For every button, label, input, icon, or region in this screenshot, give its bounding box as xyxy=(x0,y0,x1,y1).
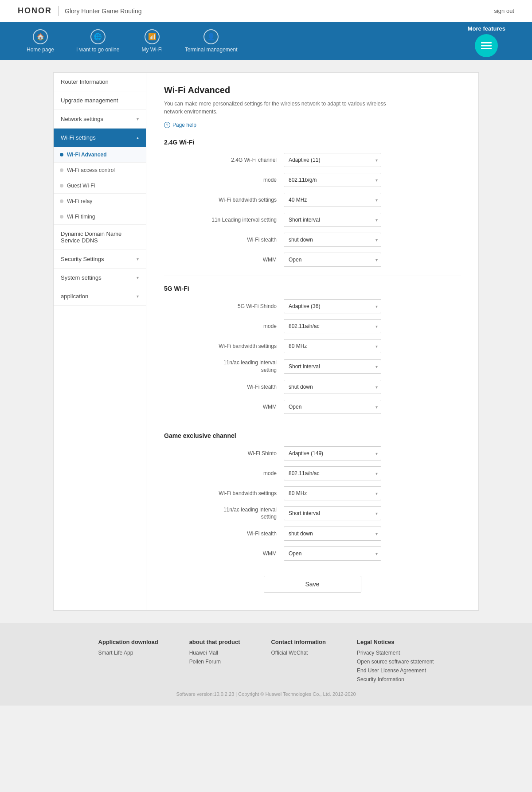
footer-link-privacy[interactable]: Privacy Statement xyxy=(357,650,434,656)
page-title: Wi-Fi Advanced xyxy=(164,85,461,95)
select-game-stealth[interactable]: shut down ▾ xyxy=(284,527,381,541)
form-row-5g-interval: 11n/ac leading intervalsetting Short int… xyxy=(164,359,461,374)
footer-col-product: about that product Huawei Mall Pollen Fo… xyxy=(189,639,240,683)
more-features-button[interactable] xyxy=(475,34,498,57)
select-game-shinto[interactable]: Adaptive (149) ▾ xyxy=(284,446,381,460)
save-button[interactable]: Save xyxy=(264,576,361,593)
select-2g-mode[interactable]: 802.11b/g/n ▾ xyxy=(284,173,381,187)
nav-item-terminal[interactable]: 👤 Terminal management xyxy=(185,29,238,53)
main-container: Router Information Upgrade management Ne… xyxy=(53,72,479,611)
more-features-label: More features xyxy=(468,25,505,32)
label-game-stealth: Wi-Fi stealth xyxy=(164,531,284,537)
chevron-up-icon: ▴ xyxy=(137,135,139,140)
form-row-5g-stealth: Wi-Fi stealth shut down ▾ xyxy=(164,380,461,394)
section-divider-2 xyxy=(164,423,461,423)
section-2g-title: 2.4G Wi-Fi xyxy=(164,139,461,146)
footer-link-security[interactable]: Security Information xyxy=(357,676,434,683)
header: HONOR Glory Hunter Game Routing sign out xyxy=(0,0,532,22)
svg-rect-0 xyxy=(481,42,492,43)
select-2g-wmm[interactable]: Open ▾ xyxy=(284,253,381,267)
footer-col-legal: Legal Notices Privacy Statement Open sou… xyxy=(357,639,434,683)
help-circle-icon: ? xyxy=(164,122,170,128)
select-5g-shindo[interactable]: Adaptive (36) ▾ xyxy=(284,299,381,313)
label-2g-stealth: Wi-Fi stealth xyxy=(164,237,284,243)
select-2g-bandwidth[interactable]: 40 MHz ▾ xyxy=(284,193,381,207)
footer-col-title-download: Application download xyxy=(98,639,158,645)
footer-link-wechat[interactable]: Official WeChat xyxy=(271,650,326,656)
select-5g-bandwidth[interactable]: 80 MHz ▾ xyxy=(284,339,381,353)
sidebar-item-router-info[interactable]: Router Information xyxy=(54,73,146,91)
brand-logo: HONOR xyxy=(18,6,52,16)
label-2g-wmm: WMM xyxy=(164,257,284,263)
sidebar-item-wifi-settings[interactable]: Wi-Fi settings ▴ xyxy=(54,129,146,147)
select-game-mode[interactable]: 802.11a/n/ac ▾ xyxy=(284,466,381,480)
sidebar-item-network[interactable]: Network settings ▾ xyxy=(54,110,146,129)
select-game-wmm[interactable]: Open ▾ xyxy=(284,546,381,561)
sidebar-item-security[interactable]: Security Settings ▾ xyxy=(54,250,146,269)
sidebar-subitem-wifi-timing[interactable]: Wi-Fi timing xyxy=(54,209,146,225)
sidebar: Router Information Upgrade management Ne… xyxy=(53,72,146,611)
sidebar-subitem-wifi-advanced[interactable]: Wi-Fi Advanced xyxy=(54,147,146,163)
sidebar-subitem-wifi-relay[interactable]: Wi-Fi relay xyxy=(54,194,146,209)
label-5g-bandwidth: Wi-Fi bandwidth settings xyxy=(164,343,284,349)
select-5g-stealth[interactable]: shut down ▾ xyxy=(284,380,381,394)
online-icon: 🌐 xyxy=(90,29,106,44)
select-5g-wmm[interactable]: Open ▾ xyxy=(284,400,381,414)
select-5g-interval[interactable]: Short interval ▾ xyxy=(284,359,381,374)
nav-item-home[interactable]: 🏠 Home page xyxy=(27,29,54,53)
footer-col-title-contact: Contact information xyxy=(271,639,326,645)
page-help-link[interactable]: ? Page help xyxy=(164,122,461,128)
dot-inactive-2 xyxy=(60,184,63,187)
select-2g-interval[interactable]: Short interval ▾ xyxy=(284,213,381,227)
nav-item-wifi[interactable]: 📶 My Wi-Fi xyxy=(141,29,162,53)
form-row-game-shinto: Wi-Fi Shinto Adaptive (149) ▾ xyxy=(164,446,461,460)
form-row-5g-shindo: 5G Wi-Fi Shindo Adaptive (36) ▾ xyxy=(164,299,461,313)
section-5g-title: 5G Wi-Fi xyxy=(164,285,461,292)
section-divider-1 xyxy=(164,276,461,276)
select-2g-channel[interactable]: Adaptive (11) ▾ xyxy=(284,153,381,167)
label-5g-shindo: 5G Wi-Fi Shindo xyxy=(164,303,284,309)
footer-col-title-product: about that product xyxy=(189,639,240,645)
chevron-down-icon-2: ▾ xyxy=(137,257,139,261)
wifi-icon: 📶 xyxy=(145,29,160,44)
form-row-game-bandwidth: Wi-Fi bandwidth settings 80 MHz ▾ xyxy=(164,486,461,500)
select-5g-mode[interactable]: 802.11a/n/ac ▾ xyxy=(284,319,381,333)
footer-link-opensource[interactable]: Open source software statement xyxy=(357,659,434,665)
header-divider xyxy=(58,6,59,16)
sidebar-item-upgrade[interactable]: Upgrade management xyxy=(54,91,146,110)
sidebar-subitem-wifi-access[interactable]: Wi-Fi access control xyxy=(54,163,146,178)
footer-col-title-legal: Legal Notices xyxy=(357,639,434,645)
select-2g-stealth[interactable]: shut down ▾ xyxy=(284,233,381,247)
footer-link-smart-life[interactable]: Smart Life App xyxy=(98,650,158,656)
more-features[interactable]: More features xyxy=(468,25,505,57)
label-2g-bandwidth: Wi-Fi bandwidth settings xyxy=(164,197,284,203)
form-row-2g-mode: mode 802.11b/g/n ▾ xyxy=(164,173,461,187)
label-5g-wmm: WMM xyxy=(164,404,284,410)
label-5g-stealth: Wi-Fi stealth xyxy=(164,384,284,390)
chevron-down-icon-3: ▾ xyxy=(137,275,139,280)
footer-link-eula[interactable]: End User License Agreement xyxy=(357,667,434,674)
sidebar-subitem-guest-wifi[interactable]: Guest Wi-Fi xyxy=(54,178,146,194)
dot-active xyxy=(60,153,63,156)
select-game-interval[interactable]: Short interval ▾ xyxy=(284,506,381,520)
sidebar-item-application[interactable]: application ▾ xyxy=(54,287,146,306)
footer-link-huawei-mall[interactable]: Huawei Mall xyxy=(189,650,240,656)
signout-button[interactable]: sign out xyxy=(494,8,514,14)
hamburger-icon xyxy=(481,40,492,51)
svg-rect-1 xyxy=(481,45,492,46)
content-panel: Wi-Fi Advanced You can make more persona… xyxy=(146,72,479,611)
nav-item-online[interactable]: 🌐 I want to go online xyxy=(76,29,119,53)
sidebar-item-ddns[interactable]: Dynamic Domain Name Service DDNS xyxy=(54,225,146,250)
footer-link-pollen[interactable]: Pollen Forum xyxy=(189,659,240,665)
footer-columns: Application download Smart Life App abou… xyxy=(35,639,497,683)
footer-copyright: Software version:10.0.2.23 | Copyright ©… xyxy=(35,691,497,697)
home-icon: 🏠 xyxy=(33,29,48,44)
label-game-interval: 11n/ac leading intervalsetting xyxy=(164,506,284,521)
footer-col-contact: Contact information Official WeChat xyxy=(271,639,326,683)
form-row-2g-stealth: Wi-Fi stealth shut down ▾ xyxy=(164,233,461,247)
chevron-down-icon: ▾ xyxy=(137,117,139,121)
form-row-5g-wmm: WMM Open ▾ xyxy=(164,400,461,414)
footer-col-download: Application download Smart Life App xyxy=(98,639,158,683)
sidebar-item-system[interactable]: System settings ▾ xyxy=(54,269,146,287)
select-game-bandwidth[interactable]: 80 MHz ▾ xyxy=(284,486,381,500)
